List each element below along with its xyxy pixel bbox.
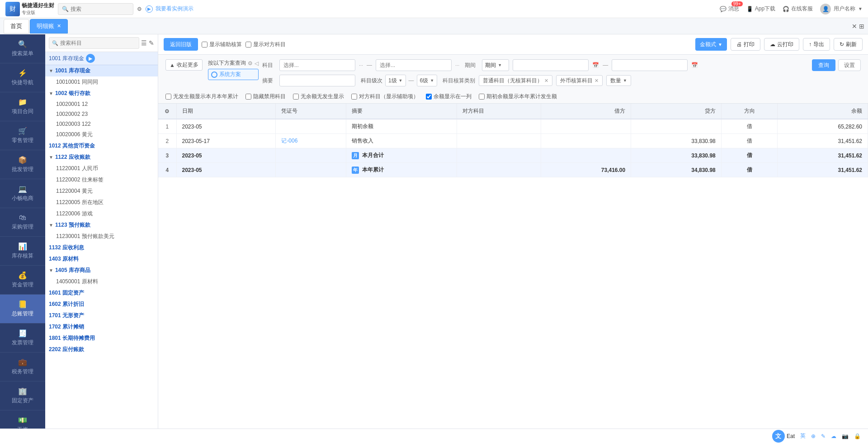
refresh-btn[interactable]: ↻ 刷新 [834,38,863,51]
online-service-btn[interactable]: 🎧 在线客服 [783,5,813,13]
quantity-btn[interactable]: 数量 ▼ [606,75,631,86]
cb-no-balance-input[interactable] [165,94,171,100]
tree-node-11220001[interactable]: 11220001 人民币 [45,163,158,174]
tree-node-1123[interactable]: ▼ 1123 预付账款 [45,219,158,231]
tab-close-window[interactable]: ✕ [852,23,857,30]
cb-no-balance2-input[interactable] [293,94,299,100]
next-account-btn[interactable]: ▶ [86,54,95,63]
cb-contra-input[interactable] [351,94,357,100]
tree-node-1001[interactable]: ▼ 1001 库存现金 [45,65,158,76]
lang-btn[interactable]: 英 [800,432,806,440]
tree-node-10010001[interactable]: 10010001 同同同 [45,76,158,88]
tree-node-2202[interactable]: 2202 应付账款 [45,344,158,355]
display-check-input[interactable] [202,42,208,48]
setting-btn[interactable]: 设置 [838,59,861,71]
tree-node-1601[interactable]: 1601 固定资产 [45,287,158,299]
subject-more-icon2[interactable]: ··· [455,62,459,68]
scheme-settings-icon[interactable]: ⚙ [248,60,253,67]
tree-node-1602[interactable]: 1602 累计折旧 [45,299,158,310]
system-scheme-btn[interactable]: 系统方案 [208,69,259,80]
tree-node-1701[interactable]: 1701 无形资产 [45,310,158,321]
tree-node-1132[interactable]: 1132 应收利息 [45,242,158,253]
sidebar-item-search[interactable]: 🔍 搜索菜单 [0,34,45,63]
tree-node-11220005[interactable]: 11220005 所在地区 [45,197,158,208]
level-from-select[interactable]: 1级 ▼ [385,75,406,86]
tab-close-btn[interactable]: ✕ [57,23,61,29]
tab-maximize[interactable]: ⊞ [859,23,864,30]
tree-node-10020003[interactable]: 10020003 122 [45,119,158,129]
tab-home[interactable]: 首页 [4,19,29,33]
lock-btn[interactable]: 🔒 [854,433,861,439]
message-btn[interactable]: 💬 消息 99+ [720,5,739,13]
voucher-link[interactable]: 记-006 [281,138,297,144]
sidebar-item-wholesale[interactable]: 📦 批发管理 [0,150,45,179]
search-input[interactable] [71,6,129,12]
app-download-btn[interactable]: 📱 App下载 [746,5,775,13]
sidebar-item-tax[interactable]: 💼 税务管理 [0,352,45,381]
sidebar-item-project[interactable]: 📁 项目合同 [0,92,45,121]
tree-node-10020002[interactable]: 10020002 23 [45,109,158,119]
tag-normal-close[interactable]: ✕ [544,78,548,84]
row2-voucher[interactable]: 记-006 [276,134,346,148]
level-to-select[interactable]: 6级 ▼ [417,75,438,86]
sidebar-item-accounting[interactable]: 📒 总账管理 [0,295,45,324]
summary-input[interactable] [279,75,355,86]
tree-node-14050001[interactable]: 14050001 原材料 [45,276,158,287]
format-dropdown-btn[interactable]: 金额式 ▼ [695,38,727,51]
tree-node-11220006[interactable]: 11220006 游戏 [45,208,158,219]
scheme-collapse-icon[interactable]: ◁ [255,60,259,67]
export-btn[interactable]: ↑ 导出 [803,38,830,51]
tree-node-11220004[interactable]: 11220004 黄元 [45,186,158,197]
cb-opening-input[interactable] [479,94,485,100]
tag-foreign-close[interactable]: ✕ [594,78,599,84]
tree-node-1122[interactable]: ▼ 1122 应收账款 [45,152,158,163]
period-from-input[interactable]: 2023-05 [513,59,589,71]
sidebar-item-assets[interactable]: 🏢 固定资产 [0,381,45,410]
tree-node-1702[interactable]: 1702 累计摊销 [45,321,158,333]
print-btn[interactable]: 🖨 打印 [731,38,760,51]
period-calendar-icon2[interactable]: 📅 [691,62,698,68]
tree-node-1801[interactable]: 1801 长期待摊费用 [45,333,158,344]
sidebar-item-invoice[interactable]: 🧾 发票管理 [0,324,45,352]
settings-btn[interactable]: ⚙ [137,6,142,12]
sidebar-item-purchase[interactable]: 🛍 采购管理 [0,208,45,237]
eat-btn[interactable]: 文 Eat [772,430,795,443]
demo-link[interactable]: ▶ 我要看实例演示 [146,5,193,13]
cb-show-balance-input[interactable] [426,94,432,100]
tree-node-11230001[interactable]: 11230001 预付账款美元 [45,231,158,242]
tree-node-10020006[interactable]: 10020006 黄元 [45,129,158,140]
tree-node-1403[interactable]: 1403 原材料 [45,253,158,265]
tree-node-10020001[interactable]: 10020001 12 [45,99,158,109]
table-settings-icon[interactable]: ⚙ [165,108,170,114]
account-search-input[interactable] [60,40,136,46]
period-type-select[interactable]: 期间 ▼ [482,59,509,71]
period-calendar-icon[interactable]: 📅 [592,62,599,68]
sidebar-item-quick-nav[interactable]: ⚡ 快捷导航 [0,63,45,92]
sidebar-item-capital[interactable]: 💰 资金管理 [0,266,45,295]
collapse-more-btn[interactable]: ▲ 收起更多 [165,59,203,71]
tree-node-1405[interactable]: ▼ 1405 库存商品 [45,265,158,276]
tree-node-1002[interactable]: ▼ 1002 银行存款 [45,88,158,99]
subject-from-input[interactable] [279,59,355,71]
cloud-print-btn[interactable]: ☁ 云打印 [764,38,799,51]
edit-icon[interactable]: ✎ [149,39,154,47]
subject-more-icon[interactable]: ··· [359,62,363,68]
sidebar-item-inventory[interactable]: 📊 库存核算 [0,237,45,266]
period-to-input[interactable]: 2023-05 [612,59,688,71]
query-btn[interactable]: 查询 [812,59,835,71]
user-area[interactable]: 👤 用户名称 ▼ [820,4,863,14]
global-search[interactable]: 🔍 [58,3,133,15]
cb-hide-account-input[interactable] [245,94,251,100]
tab-detail[interactable]: 明细账 ✕ [30,19,68,33]
list-view-icon[interactable]: ☰ [141,39,147,47]
tree-node-11220002[interactable]: 11220002 往来标签 [45,174,158,186]
display-contra-input[interactable] [245,42,251,48]
account-search[interactable]: 🔍 [49,37,139,49]
subject-to-input[interactable] [376,59,452,71]
sidebar-item-retail[interactable]: 🛒 零售管理 [0,121,45,150]
tree-node-1012[interactable]: 1012 其他货币资金 [45,140,158,152]
zoom-btn[interactable]: ⊕ [811,433,816,439]
return-old-version-btn[interactable]: 返回旧版 [164,38,198,51]
sidebar-item-ecommerce[interactable]: 💻 小畅电商 [0,179,45,208]
camera-btn[interactable]: 📷 [842,433,849,439]
